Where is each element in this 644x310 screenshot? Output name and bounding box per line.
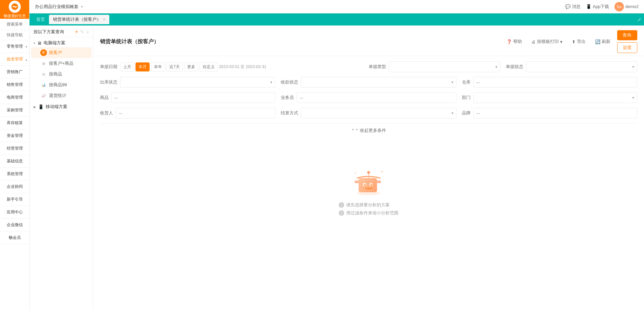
export-icon: ⬆ — [572, 39, 576, 44]
receiptstatus-select[interactable]: ▾ — [301, 77, 456, 88]
print-dropdown-icon: ▾ — [560, 39, 562, 44]
sidebar-search[interactable]: 搜索菜单 — [0, 19, 29, 30]
sidebar-item-member[interactable]: 畅会员 — [0, 231, 29, 244]
help-btn[interactable]: ❓ 帮助 — [504, 37, 525, 46]
tab-home[interactable]: 首页 — [32, 15, 49, 24]
purchase-label: 采购管理 — [7, 107, 23, 113]
collapse-label: 收起更多条件 — [360, 127, 386, 134]
filter-salesperson: 业务员 ··· — [281, 92, 456, 103]
date-btn-custom[interactable]: 自定义 — [200, 62, 218, 71]
scheme-by-product99[interactable]: 📊 按商品99 — [31, 80, 92, 90]
scheme-return-icon: 📈 — [40, 92, 47, 99]
svg-rect-5 — [359, 178, 377, 192]
tab-home-label: 首页 — [36, 16, 45, 22]
tab-expand-btn[interactable]: ⤢ — [637, 17, 641, 22]
export-btn[interactable]: ⬆ 导出 — [569, 37, 588, 46]
edit-scheme-btn[interactable]: ✎ — [80, 29, 84, 35]
sidebar-item-enterprise[interactable]: 企业协同 — [0, 180, 29, 193]
left-scheme-panel: 按以下方案查询 + ✎ « ▾ 🖥 电脑端方案 客 按客户 — [30, 25, 93, 310]
scheme-return-stats[interactable]: 📈 退货统计 — [31, 90, 92, 101]
sidebar-item-sales[interactable]: 销售管理 — [0, 79, 29, 91]
quicknav-label: 快捷导航 — [7, 33, 23, 37]
date-btn-more[interactable]: 更多 — [184, 62, 198, 71]
refresh-icon: 🔄 — [595, 39, 600, 44]
sidebar-item-newbie[interactable]: 新手引导 — [0, 193, 29, 206]
account-title: 办公用品行业模拟账套 — [35, 4, 78, 10]
sidebar-item-corpwechat[interactable]: 企业微信 — [0, 219, 29, 231]
department-select[interactable]: ▾ — [473, 92, 637, 103]
app-download-btn[interactable]: 📱 App下载 — [586, 4, 609, 10]
desktop-expand-icon: ▾ — [34, 41, 35, 45]
date-btn-this-year[interactable]: 本年 — [151, 62, 165, 71]
date-btn-last-month[interactable]: 上月 — [120, 62, 134, 71]
tab-close-icon[interactable]: × — [103, 17, 105, 22]
warehouse-input[interactable]: ··· — [473, 77, 637, 88]
settlement-select[interactable]: ▾ — [301, 108, 456, 118]
date-btn-this-month[interactable]: 本月 — [136, 62, 150, 71]
sidebar-item-wholesale[interactable]: 批发管理 ▴ — [0, 53, 29, 66]
outstatus-select[interactable]: ▾ — [120, 77, 275, 88]
mobile-group-label: 移动端方案 — [46, 104, 67, 110]
search-label: 搜索菜单 — [7, 22, 23, 27]
collapse-filters-btn[interactable]: ⌃⌃ 收起更多条件 — [347, 126, 390, 135]
svg-rect-13 — [377, 180, 381, 183]
main-area: 办公用品行业模拟账套 ▾ 💬 消息 📱 App下载 Ea demo2 首页 销货… — [30, 0, 644, 310]
filter-warehouse: 仓库 ··· — [462, 77, 637, 88]
consignee-input[interactable]: ··· — [116, 108, 275, 118]
doctype-label: 单据类型 — [369, 64, 386, 70]
filter-doctype: 单据类型 ▾ — [369, 61, 500, 72]
message-btn[interactable]: 💬 消息 — [565, 4, 581, 10]
sidebar-item-appcenter[interactable]: 应用中心 — [0, 206, 29, 219]
date-btn-last7[interactable]: 近7天 — [166, 62, 183, 71]
sidebar-quicknav[interactable]: 快捷导航 — [0, 30, 29, 40]
user-name: demo2 — [625, 4, 639, 9]
scheme-by-product[interactable]: ⊟ 按商品 — [31, 69, 92, 80]
query-btn[interactable]: 查询 — [617, 30, 637, 40]
tab-sales-stats[interactable]: 销货单统计表（按客户） × — [49, 15, 109, 24]
collapse-scheme-btn[interactable]: « — [86, 29, 89, 35]
desktop-group-title[interactable]: ▾ 🖥 电脑端方案 — [30, 37, 93, 47]
sales-label: 销售管理 — [7, 82, 23, 88]
product-input[interactable]: ··· — [111, 92, 275, 103]
salesperson-label: 业务员 — [281, 95, 294, 101]
sidebar-logo[interactable]: 畅捷通好生意 — [0, 0, 29, 19]
mobile-group-title[interactable]: ▶ 📱 移动端方案 — [30, 101, 93, 111]
brand-input[interactable]: ··· — [473, 108, 637, 118]
salesperson-input[interactable]: ··· — [297, 92, 456, 103]
marketing-label: 营销推广 — [7, 69, 23, 75]
sidebar-item-marketing[interactable]: 营销推广 — [0, 66, 29, 79]
sidebar-item-finance[interactable]: 资金管理 — [0, 130, 29, 142]
sidebar-item-retail[interactable]: 零售管理 ▾ — [0, 40, 29, 53]
retail-label: 零售管理 — [7, 44, 23, 49]
scheme-table-icon: ⊟ — [40, 71, 47, 78]
date-btn-group: 上月 本月 本年 近7天 更多 自定义 2023-03-01 至 2023-03… — [120, 62, 363, 71]
sidebar-item-basic[interactable]: 基础信息 — [0, 155, 29, 168]
sidebar-item-purchase[interactable]: 采购管理 — [0, 104, 29, 117]
export-label: 导出 — [577, 39, 586, 45]
scheme-by-customer-product[interactable]: ⊞ 按客户+商品 — [31, 58, 92, 69]
settings-btn[interactable]: 设置 — [617, 42, 637, 53]
scheme-by-customer[interactable]: 客 按客户 — [31, 47, 92, 58]
app-name: 畅捷通好生意 — [4, 13, 26, 18]
empty-state: 1 请先选择要分析的方案 2 用过滤条件来缩小分析范围 — [93, 143, 644, 238]
account-dropdown[interactable]: ▾ — [81, 5, 83, 8]
user-profile[interactable]: Ea demo2 — [614, 2, 639, 11]
filter-row-1: 单据日期 上月 本月 本年 近7天 更多 自定义 2023-03-01 至 20… — [100, 61, 637, 72]
filter-row-4: 收货人 ··· 结算方式 ▾ 品牌 — [100, 108, 637, 118]
scheme-customer-icon: 客 — [40, 49, 47, 56]
add-scheme-btn[interactable]: + — [75, 29, 78, 35]
doctype-select[interactable]: ▾ — [389, 61, 500, 72]
filter-consignee: 收货人 ··· — [100, 108, 275, 118]
sidebar-item-ecommerce[interactable]: 电商管理 — [0, 91, 29, 104]
empty-state-hints: 1 请先选择要分析的方案 2 用过滤条件来缩小分析范围 — [339, 202, 398, 218]
sidebar-item-operation[interactable]: 经营管理 — [0, 142, 29, 155]
refresh-btn[interactable]: 🔄 刷新 — [592, 37, 613, 46]
print-btn[interactable]: 🖨 按模板打印 ▾ — [529, 37, 565, 46]
corpwechat-label: 企业微信 — [7, 222, 23, 228]
scheme-panel-actions: + ✎ « — [75, 29, 89, 35]
docstatus-select[interactable]: ▾ — [526, 61, 638, 72]
sidebar-item-inventory[interactable]: 库存核算 — [0, 117, 29, 130]
sidebar-item-system[interactable]: 系统管理 — [0, 168, 29, 180]
inventory-label: 库存核算 — [7, 120, 23, 126]
tab-active-label: 销货单统计表（按客户） — [53, 16, 101, 22]
